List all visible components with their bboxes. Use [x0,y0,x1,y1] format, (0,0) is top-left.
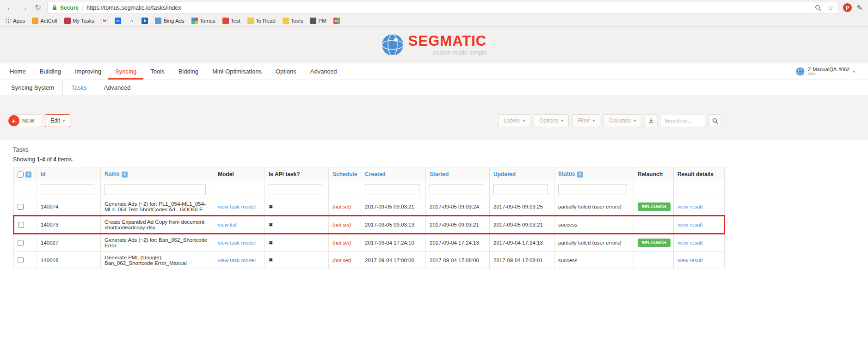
status-cell: success [554,216,634,234]
row-checkbox[interactable] [18,204,24,210]
row-checkbox[interactable] [18,240,24,246]
row-checkbox[interactable] [18,222,24,228]
search-input[interactable] [661,115,705,127]
created-filter-input[interactable] [365,184,419,195]
refresh-icon[interactable]: ↻ [33,4,43,12]
padlock-icon [52,5,57,11]
started-header: Started [426,167,490,181]
table-row[interactable]: 140027 Generate Ads (~2) for: Ban_062_Sh… [14,234,725,252]
header-row: Id Name Model Is API task? Schedule Crea… [14,167,725,181]
chevron-down-icon: ▾ [561,118,563,123]
updated-cell: 2017-09-05 09:03:25 [490,198,554,216]
options-button[interactable]: Options ▾ [534,114,569,127]
help-icon[interactable] [577,172,583,178]
sort-created-link[interactable]: Created [365,171,386,178]
sort-schedule-link[interactable]: Schedule [332,171,357,178]
sort-name-link[interactable]: Name [105,171,120,177]
nav-item-bidding[interactable]: Bidding [172,63,205,80]
view-result-link[interactable]: view result [677,204,702,209]
filter-cell [265,181,329,198]
new-button[interactable]: + NEW [7,114,41,127]
segmatic-logo[interactable]: SEGMATIC search made simple [382,34,486,56]
help-icon[interactable] [122,172,128,178]
bookmark-gmail[interactable]: M [101,18,108,24]
bookmark-bing-ads[interactable]: Bing Ads [155,18,184,24]
sort-status-link[interactable]: Status [558,171,575,177]
view-task-model-link[interactable]: view task model [218,240,256,246]
bookmark-tools[interactable]: Tools [283,18,303,24]
view-task-model-link[interactable]: view task model [218,204,256,209]
nav-item-mini-optimisations[interactable]: Mini-Optimisations [205,63,269,80]
nav-item-syncing[interactable]: Syncing [108,63,143,80]
updated-filter-input[interactable] [493,184,548,195]
task-id-cell: 140074 [37,198,101,216]
chevron-down-icon: ▾ [523,118,525,123]
columns-button[interactable]: Columns ▾ [603,114,641,127]
table-row[interactable]: 140074 Generate Ads (~2) for: PL1_054-ML… [14,198,725,216]
sort-started-link[interactable]: Started [430,171,449,178]
bookmark-pm[interactable]: PM [310,18,326,24]
filter-button[interactable]: Filter ▾ [572,114,600,127]
select-cell [14,234,37,252]
view-result-link[interactable]: view result [677,258,702,263]
bookmark-actcoll[interactable]: ActColl [32,18,57,24]
edit-button[interactable]: Edit ▾ [45,114,70,127]
logo-title: SEGMATIC [408,34,486,48]
bookmark-analytics[interactable]: A [128,18,135,24]
subnav-item-tasks[interactable]: Tasks [62,80,95,95]
bookmark-to-read[interactable]: To Read [247,18,276,24]
nav-item-building[interactable]: Building [33,63,68,80]
view-result-link[interactable]: view result [677,222,702,227]
nav-item-tools[interactable]: Tools [143,63,171,80]
bookmark-star-icon[interactable]: ☆ [828,4,834,12]
relaunch-button[interactable]: RELAUNCH [638,239,671,247]
view-list-link[interactable]: view list [218,222,236,227]
labels-button[interactable]: Labels ▾ [498,114,530,127]
api-filter-input[interactable] [269,184,322,195]
analytics-icon: A [128,18,135,24]
user-menu[interactable]: Z-ManualQA-#062 #280 ▾ [796,63,865,80]
zoom-icon[interactable] [815,5,821,11]
bookmark-bing[interactable]: b [142,18,148,24]
bookmark-tomus[interactable]: Tomus [191,18,215,24]
sort-id-link[interactable]: Id [41,171,46,178]
select-all-checkbox[interactable] [18,172,24,178]
nav-item-advanced[interactable]: Advanced [303,63,344,80]
extension-p-icon[interactable]: P [843,3,852,12]
browser-toolbar: ← → ↻ Secure | https://tomus.segmatic.io… [0,0,868,15]
bookmark-tc[interactable]: TC [333,18,340,24]
nav-item-options[interactable]: Options [269,63,303,80]
subnav-item-advanced[interactable]: Advanced [95,80,139,95]
forward-icon[interactable]: → [19,4,29,12]
bookmark-apps[interactable]: Apps [5,18,25,24]
table-row[interactable]: 140018 Generate PML (Google): Ban_062_Sh… [14,252,725,269]
row-checkbox[interactable] [18,257,24,263]
filter-cell [214,181,265,198]
download-button[interactable] [645,114,658,127]
bookmark-test[interactable]: Test [222,18,240,24]
filter-cell [329,181,361,198]
api-task-cell: ✖ [265,252,329,269]
api-task-cell: ✖ [265,216,329,234]
filter-row [14,181,725,198]
address-bar[interactable]: Secure | https://tomus.segmatic.io/tasks… [47,2,838,13]
view-result-link[interactable]: view result [677,240,702,246]
nav-item-improving[interactable]: Improving [68,63,108,80]
bookmark-my-tasks[interactable]: My Tasks [64,18,95,24]
help-icon[interactable] [25,172,31,178]
status-filter-input[interactable] [558,184,627,195]
back-icon[interactable]: ← [6,4,15,12]
extension-pencil-icon[interactable]: ✎ [856,4,862,12]
search-button[interactable] [708,114,721,127]
sort-updated-link[interactable]: Updated [493,171,516,178]
bookmark-calendar[interactable]: 31 [115,18,121,24]
url-text[interactable]: https://tomus.segmatic.io/tasks/index [86,5,812,11]
view-task-model-link[interactable]: view task model [218,258,256,263]
nav-item-home[interactable]: Home [3,63,33,80]
id-filter-input[interactable] [41,184,94,195]
relaunch-button[interactable]: RELAUNCH [638,203,671,211]
started-filter-input[interactable] [430,184,483,195]
name-filter-input[interactable] [105,184,206,195]
table-row-highlighted[interactable]: 140073 Create Expanded Ad Copy from docu… [14,216,725,234]
subnav-item-syncing-system[interactable]: Syncing System [3,80,62,95]
